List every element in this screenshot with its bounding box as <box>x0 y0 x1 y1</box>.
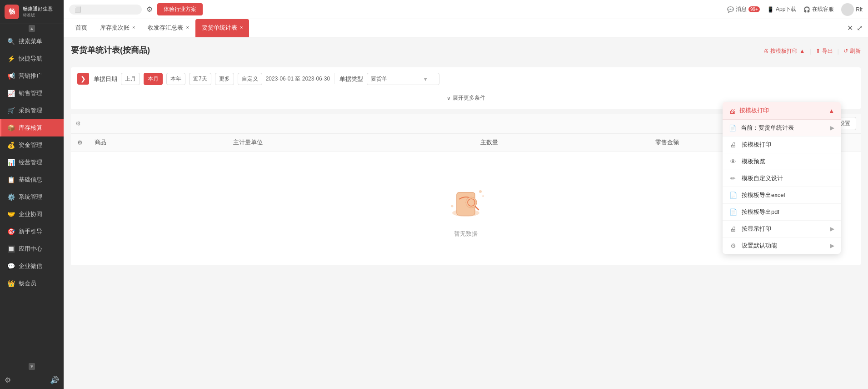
page-actions: 🖨 按模板打印 ▲ | ⬆ 导出 | ↺ 刷新 <box>763 47 861 55</box>
dropdown-item-template-custom[interactable]: ✏ 模板自定义设计 <box>723 170 841 187</box>
dropdown-item-label: 模板自定义设计 <box>742 174 783 182</box>
dropdown-item-export-excel[interactable]: 📄 按模板导出excel <box>723 187 841 204</box>
date-this-month-btn[interactable]: 本月 <box>144 73 163 85</box>
user-avatar <box>841 3 854 16</box>
dropdown-item-template-print[interactable]: 🖨 按模板打印 <box>723 136 841 153</box>
filter-collapse-button[interactable]: ❯ <box>77 73 89 85</box>
filter-divider <box>334 73 335 84</box>
tab-inventory-batch[interactable]: 库存批次账 × <box>94 19 141 37</box>
topbar-settings-icon[interactable]: ⚙ <box>146 5 153 14</box>
app-download-button[interactable]: 📱 App下载 <box>767 5 796 13</box>
tabs-right-actions: ✕ ⤢ <box>847 24 863 32</box>
audio-icon[interactable]: 🔊 <box>50 376 59 384</box>
tab-receipt-summary-close[interactable]: × <box>186 25 189 30</box>
settings-icon-table[interactable]: ⚙ <box>75 120 81 127</box>
tab-inventory-batch-close[interactable]: × <box>132 25 135 30</box>
dropdown-item-set-default[interactable]: ⚙ 设置默认功能 ▶ <box>723 237 841 254</box>
sidebar-item-purchase[interactable]: 🛒 采购管理 <box>0 102 64 119</box>
document-icon: 📄 <box>729 125 736 131</box>
sidebar-item-apps[interactable]: 🔲 应用中心 <box>0 240 64 258</box>
sidebar-item-wechat[interactable]: 💬 企业微信 <box>0 258 64 275</box>
settings-icon[interactable]: ⚙ <box>5 376 11 384</box>
sidebar-item-cooperation[interactable]: 🤝 企业协同 <box>0 206 64 223</box>
chevron-right-icon: ▶ <box>830 125 834 131</box>
refresh-button[interactable]: ↺ 刷新 <box>843 47 861 55</box>
export-button[interactable]: ⬆ 导出 <box>816 47 833 55</box>
dropdown-item-label: 设置默认功能 <box>742 242 777 250</box>
sidebar-item-label: 库存核算 <box>19 124 42 132</box>
sidebar-item-system[interactable]: ⚙️ 系统管理 <box>0 188 64 206</box>
refresh-icon: ↺ <box>843 48 848 54</box>
chevron-right3-icon: ▶ <box>830 242 834 249</box>
dropdown-item-export-pdf[interactable]: 📄 按模板导出pdf <box>723 204 841 221</box>
search-nav-icon: 🔍 <box>7 38 15 45</box>
date-last-7-days-btn[interactable]: 近7天 <box>189 73 211 85</box>
app-badge: 标准版 <box>23 12 53 18</box>
tab-order-stats[interactable]: 要货单统计表 × <box>195 19 249 37</box>
excel-icon: 📄 <box>729 192 737 199</box>
sidebar-item-label: 系统管理 <box>19 193 42 201</box>
sidebar-item-label: 新手引导 <box>19 227 42 236</box>
logo-icon: 畅 <box>5 5 19 19</box>
apps-icon: 🔲 <box>7 245 15 253</box>
date-more-btn[interactable]: 更多 <box>215 73 234 85</box>
empty-text: 暂无数据 <box>454 230 478 238</box>
message-button[interactable]: 💬 消息 99+ <box>727 5 760 13</box>
tab-receipt-summary[interactable]: 收发存汇总表 × <box>141 19 195 37</box>
sidebar-item-sales[interactable]: 📈 销售管理 <box>0 85 64 102</box>
dropdown-item-display-print[interactable]: 🖨 按显示打印 ▶ <box>723 221 841 237</box>
sidebar-item-inventory[interactable]: 📦 库存核算 <box>0 119 64 136</box>
online-service-button[interactable]: 🎧 在线客服 <box>803 5 834 13</box>
industry-solution-button[interactable]: 体验行业方案 <box>157 3 203 15</box>
print-template-button[interactable]: 🖨 按模板打印 ▲ <box>763 47 805 55</box>
sidebar-item-label: 畅会员 <box>19 279 36 288</box>
sidebar-item-label: 采购管理 <box>19 106 42 115</box>
col-unit: 主计量单位 <box>228 134 475 152</box>
date-custom-btn[interactable]: 自定义 <box>238 73 262 85</box>
printer-icon: 🖨 <box>763 48 768 54</box>
tabs-bar: 首页 库存批次账 × 收发存汇总表 × 要货单统计表 × ✕ ⤢ <box>64 19 868 37</box>
sidebar-item-marketing[interactable]: 📢 营销推广 <box>0 67 64 85</box>
main-content: ⬜ ⚙ 体验行业方案 💬 消息 99+ 📱 App下载 🎧 在线客服 Rit <box>64 0 868 389</box>
export-icon: ⬆ <box>816 48 820 54</box>
date-this-year-btn[interactable]: 本年 <box>166 73 185 85</box>
member-icon: 👑 <box>7 280 15 287</box>
sidebar-item-guide[interactable]: 🎯 新手引导 <box>0 223 64 240</box>
tab-home[interactable]: 首页 <box>69 19 94 37</box>
display-print-icon: 🖨 <box>729 225 737 232</box>
sidebar-item-finance[interactable]: 💰 资金管理 <box>0 136 64 154</box>
expand-more-conditions-button[interactable]: ∨ 展开更多条件 <box>443 92 489 104</box>
sidebar-nav: 🔍 搜索菜单 ⚡ 快捷导航 📢 营销推广 📈 销售管理 🛒 采购管理 📦 库存核… <box>0 33 64 362</box>
wechat-icon: 💬 <box>7 263 15 270</box>
dropdown-current-template[interactable]: 📄 当前：要货单统计表 ▶ <box>723 120 841 136</box>
sidebar-scroll-down[interactable]: ▼ <box>29 363 35 370</box>
sidebar-item-search[interactable]: 🔍 搜索菜单 <box>0 33 64 50</box>
tab-close-all-button[interactable]: ✕ <box>847 24 853 32</box>
sidebar-item-basic[interactable]: 📋 基础信息 <box>0 171 64 188</box>
tab-expand-button[interactable]: ⤢ <box>857 24 863 32</box>
sidebar-scroll-up[interactable]: ▲ <box>29 25 35 32</box>
dropdown-title-label: 按模板打印 <box>739 106 769 115</box>
user-profile[interactable]: Rit <box>841 3 863 16</box>
empty-illustration <box>443 179 489 224</box>
pdf-icon: 📄 <box>729 208 737 216</box>
sidebar-item-label: 企业微信 <box>19 262 42 270</box>
sidebar-item-member[interactable]: 👑 畅会员 <box>0 275 64 292</box>
dropdown-item-label: 模板预览 <box>742 157 765 166</box>
date-last-month-btn[interactable]: 上月 <box>121 73 140 85</box>
sidebar-item-label: 资金管理 <box>19 141 42 149</box>
col-quantity: 主数量 <box>475 134 650 152</box>
dropdown-item-template-preview[interactable]: 👁 模板预览 <box>723 153 841 170</box>
sidebar-item-operation[interactable]: 📊 经营管理 <box>0 154 64 171</box>
sidebar-item-quick-nav[interactable]: ⚡ 快捷导航 <box>0 50 64 67</box>
tab-order-stats-close[interactable]: × <box>240 25 243 30</box>
tab-receipt-summary-label: 收发存汇总表 <box>148 24 183 32</box>
type-filter-select[interactable]: 要货单 ▼ <box>367 73 439 85</box>
dropdown-title: 🖨 按模板打印 <box>729 106 769 115</box>
headset-icon: 🎧 <box>803 6 810 13</box>
dropdown-close-icon[interactable]: ▲ <box>828 107 834 114</box>
svg-point-8 <box>451 205 454 207</box>
svg-point-7 <box>482 195 484 197</box>
printer-dropdown-icon: 🖨 <box>729 107 736 115</box>
basic-icon: 📋 <box>7 176 15 183</box>
